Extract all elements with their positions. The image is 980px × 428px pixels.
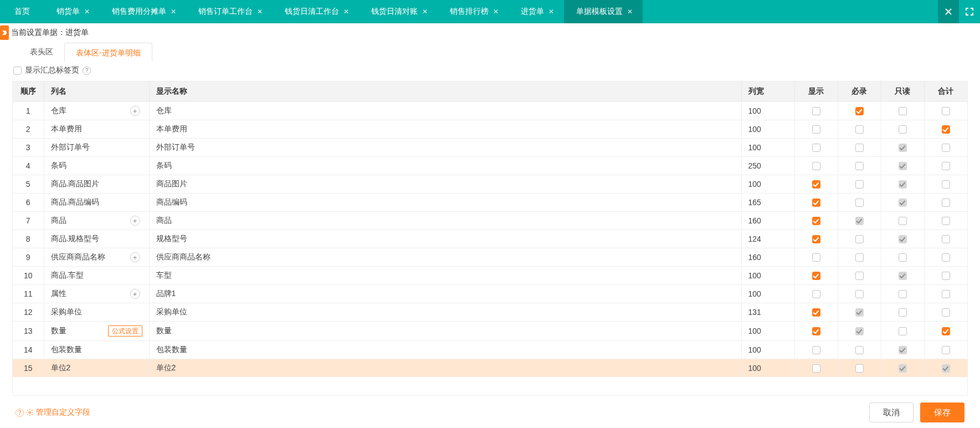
- checkbox[interactable]: [812, 308, 820, 317]
- checkbox[interactable]: [812, 144, 820, 152]
- cell-width[interactable]: 124: [741, 230, 794, 248]
- show-summary-tab-checkbox[interactable]: [13, 67, 22, 75]
- section-tab[interactable]: 表体区-进货单明细: [64, 43, 152, 62]
- formula-settings-button[interactable]: 公式设置: [108, 325, 142, 337]
- close-icon[interactable]: ✕: [548, 8, 554, 16]
- cell-width[interactable]: 100: [741, 267, 794, 285]
- cell-width[interactable]: 131: [741, 303, 794, 322]
- cell-width[interactable]: 100: [741, 139, 794, 157]
- fullscreen-button[interactable]: [959, 0, 980, 23]
- cell-display-name[interactable]: 包装数量: [149, 341, 741, 359]
- checkbox[interactable]: [855, 253, 864, 262]
- checkbox[interactable]: [855, 235, 864, 243]
- checkbox[interactable]: [942, 308, 950, 317]
- checkbox[interactable]: [812, 217, 820, 225]
- close-icon[interactable]: ✕: [84, 8, 90, 16]
- top-tab[interactable]: 钱货日清对账✕: [359, 0, 438, 23]
- checkbox[interactable]: [899, 327, 907, 335]
- cell-width[interactable]: 160: [741, 212, 794, 230]
- checkbox[interactable]: [855, 272, 864, 280]
- checkbox[interactable]: [942, 217, 950, 225]
- cell-display-name[interactable]: 数量: [149, 322, 741, 341]
- cell-width[interactable]: 100: [741, 359, 794, 378]
- checkbox[interactable]: [855, 162, 864, 170]
- checkbox[interactable]: [942, 346, 950, 354]
- top-tab[interactable]: 销货单✕: [44, 0, 100, 23]
- checkbox[interactable]: [942, 162, 950, 170]
- cell-width[interactable]: 100: [741, 285, 794, 303]
- checkbox[interactable]: [855, 346, 864, 354]
- cell-display-name[interactable]: 本单费用: [149, 120, 741, 139]
- checkbox[interactable]: [812, 290, 820, 298]
- close-icon[interactable]: ✕: [627, 8, 633, 16]
- checkbox[interactable]: [899, 125, 907, 134]
- add-sub-column-button[interactable]: +: [130, 289, 140, 299]
- cell-width[interactable]: 100: [741, 102, 794, 120]
- checkbox[interactable]: [812, 235, 820, 243]
- checkbox[interactable]: [855, 198, 864, 207]
- top-tab[interactable]: 首页: [0, 0, 44, 23]
- cell-display-name[interactable]: 商品编码: [149, 193, 741, 212]
- checkbox[interactable]: [812, 253, 820, 262]
- cell-display-name[interactable]: 商品: [149, 212, 741, 230]
- manage-custom-fields-link[interactable]: ? 管理自定义字段: [16, 407, 90, 417]
- checkbox[interactable]: [812, 198, 820, 207]
- columns-table-scroll[interactable]: 顺序 列名 显示名称 列宽 显示 必录 只读 合计 1仓库+仓库1002本单费用…: [13, 81, 967, 395]
- top-tab[interactable]: 销售订单工作台✕: [186, 0, 273, 23]
- cell-display-name[interactable]: 单位2: [149, 359, 741, 378]
- checkbox[interactable]: [942, 235, 950, 243]
- cell-display-name[interactable]: 商品图片: [149, 175, 741, 193]
- checkbox[interactable]: [812, 327, 820, 335]
- checkbox[interactable]: [942, 290, 950, 298]
- checkbox[interactable]: [942, 272, 950, 280]
- add-sub-column-button[interactable]: +: [130, 252, 140, 262]
- checkbox[interactable]: [942, 125, 950, 134]
- cell-display-name[interactable]: 供应商商品名称: [149, 248, 741, 267]
- cell-display-name[interactable]: 规格型号: [149, 230, 741, 248]
- checkbox[interactable]: [812, 162, 820, 170]
- close-icon[interactable]: ✕: [343, 8, 349, 16]
- checkbox[interactable]: [812, 346, 820, 354]
- close-icon[interactable]: ✕: [422, 8, 428, 16]
- add-sub-column-button[interactable]: +: [130, 216, 140, 226]
- cell-display-name[interactable]: 外部订单号: [149, 139, 741, 157]
- cell-width[interactable]: 100: [741, 341, 794, 359]
- cell-width[interactable]: 100: [741, 322, 794, 341]
- cell-display-name[interactable]: 仓库: [149, 102, 741, 120]
- top-tab[interactable]: 销售费用分摊单✕: [100, 0, 186, 23]
- checkbox[interactable]: [855, 107, 864, 115]
- checkbox[interactable]: [899, 253, 907, 262]
- checkbox[interactable]: [812, 272, 820, 280]
- checkbox[interactable]: [942, 198, 950, 207]
- cell-display-name[interactable]: 采购单位: [149, 303, 741, 322]
- checkbox[interactable]: [855, 290, 864, 298]
- checkbox[interactable]: [899, 107, 907, 115]
- cell-display-name[interactable]: 条码: [149, 157, 741, 175]
- checkbox[interactable]: [812, 107, 820, 115]
- cell-display-name[interactable]: 品牌1: [149, 285, 741, 303]
- cell-width[interactable]: 100: [741, 175, 794, 193]
- checkbox[interactable]: [942, 253, 950, 262]
- top-tab[interactable]: 单据模板设置✕: [564, 0, 643, 23]
- top-tab[interactable]: 销售排行榜✕: [438, 0, 509, 23]
- close-icon[interactable]: ✕: [257, 8, 263, 16]
- cell-width[interactable]: 100: [741, 120, 794, 139]
- close-icon[interactable]: ✕: [493, 8, 499, 16]
- checkbox[interactable]: [855, 364, 864, 373]
- add-sub-column-button[interactable]: +: [130, 106, 140, 116]
- top-tab[interactable]: 钱货日清工作台✕: [273, 0, 359, 23]
- checkbox[interactable]: [812, 364, 820, 373]
- top-tab[interactable]: 进货单✕: [509, 0, 564, 23]
- checkbox[interactable]: [942, 107, 950, 115]
- checkbox[interactable]: [812, 180, 820, 188]
- cell-display-name[interactable]: 车型: [149, 267, 741, 285]
- cancel-button[interactable]: 取消: [869, 402, 914, 422]
- checkbox[interactable]: [855, 180, 864, 188]
- close-icon[interactable]: ✕: [171, 8, 176, 16]
- checkbox[interactable]: [942, 180, 950, 188]
- checkbox[interactable]: [855, 125, 864, 134]
- checkbox[interactable]: [899, 308, 907, 317]
- save-button[interactable]: 保存: [920, 402, 964, 422]
- help-icon[interactable]: ?: [83, 67, 91, 75]
- collapse-handle[interactable]: [0, 26, 9, 40]
